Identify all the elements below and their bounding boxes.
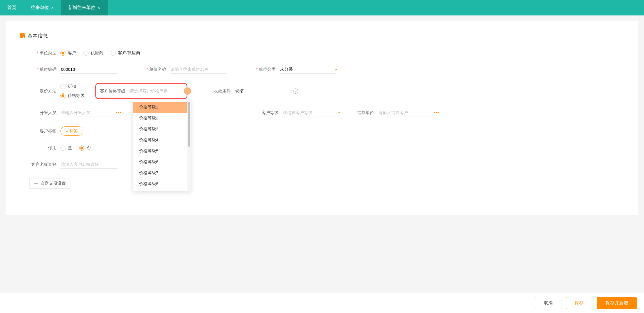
radio-icon <box>83 51 89 56</box>
manager-person-input[interactable] <box>60 108 115 117</box>
radio-icon <box>60 93 65 98</box>
payment-terms-value[interactable] <box>235 87 289 95</box>
form-page: 基本信息 单位类型 客户 供应商 客户/供应商 单位编码 单位名称 单位分类 <box>6 21 638 215</box>
radio-no[interactable]: 否 <box>79 145 91 151</box>
dropdown-item[interactable]: 价格等级3 <box>133 124 187 135</box>
radio-label: 折扣 <box>68 84 76 89</box>
tabs-bar: 首页 往来单位 × 新增往来单位 × <box>0 0 644 15</box>
label-unit-name: 单位名称 <box>139 67 170 72</box>
more-icon[interactable]: ••• <box>116 110 122 115</box>
note-icon <box>20 33 25 38</box>
tab-label: 新增往来单位 <box>68 5 95 11</box>
customer-level-input[interactable] <box>282 108 337 117</box>
radio-label: 否 <box>87 145 91 151</box>
label-unit-code: 单位编码 <box>30 67 60 72</box>
dropdown-item[interactable]: 价格等级5 <box>133 146 187 156</box>
radio-label: 供应商 <box>91 50 103 56</box>
tab-label: 往来单位 <box>31 5 49 11</box>
settle-unit-select[interactable]: ••• <box>378 108 434 117</box>
radio-icon <box>60 84 65 89</box>
label-disabled: 停用 <box>30 145 60 151</box>
disabled-radio-group: 是 否 <box>60 145 91 151</box>
tab-label: 首页 <box>7 5 16 11</box>
radio-icon <box>79 146 84 151</box>
dropdown-item[interactable]: 价格等级6 <box>133 156 187 167</box>
dropdown-item[interactable]: 价格等级7 <box>133 167 187 178</box>
pricing-method-radio-group: 折扣 价格等级 <box>60 84 85 98</box>
payment-terms-select[interactable] <box>235 87 291 95</box>
chevron-down-icon <box>289 89 293 93</box>
label-price-level: 客户价格等级 <box>100 89 129 94</box>
chevron-down-icon <box>337 111 341 115</box>
radio-label: 客户/供应商 <box>118 50 140 56</box>
label-pricing-method: 定价方法 <box>30 89 60 94</box>
help-icon[interactable]: ? <box>293 89 298 94</box>
chevron-down-icon <box>334 67 338 71</box>
label-customer-tag: 客户标签 <box>30 128 60 134</box>
custom-fields-button[interactable]: 自定义项设置 <box>30 178 70 189</box>
manager-person-select[interactable]: ••• <box>60 108 117 117</box>
radio-yes[interactable]: 是 <box>60 145 72 151</box>
scrollbar-thumb[interactable] <box>188 102 190 147</box>
tab-home[interactable]: 首页 <box>0 0 24 15</box>
dropdown-item[interactable]: 价格等级1 <box>133 102 187 113</box>
label-payment-terms: 收款条件 <box>204 89 235 94</box>
section-title: 基本信息 <box>28 32 48 39</box>
radio-icon <box>60 51 65 56</box>
label-unit-type: 单位类型 <box>30 50 60 56</box>
price-level-dropdown: 价格等级1 价格等级2 价格等级3 价格等级4 价格等级5 价格等级6 价格等级… <box>133 100 191 191</box>
unit-code-input[interactable] <box>60 65 117 74</box>
custom-fields-label: 自定义项设置 <box>40 181 66 186</box>
unit-name-input[interactable] <box>170 65 226 74</box>
radio-price-level[interactable]: 价格等级 <box>60 93 85 98</box>
dropdown-item[interactable]: 价格等级4 <box>133 135 187 146</box>
svg-point-0 <box>35 183 37 184</box>
radio-label: 客户 <box>68 50 76 56</box>
more-icon[interactable]: ••• <box>434 110 439 115</box>
label-customer-level: 客户等级 <box>251 110 282 115</box>
radio-discount[interactable]: 折扣 <box>60 84 85 89</box>
price-level-select[interactable] <box>129 87 183 95</box>
dropdown-item[interactable]: 价格等级8 <box>133 178 187 189</box>
close-icon[interactable]: × <box>51 5 54 10</box>
boss-pref-input[interactable] <box>60 160 117 169</box>
customer-level-select[interactable] <box>282 108 339 117</box>
label-settle-unit: 结算单位 <box>353 110 378 115</box>
section-header: 基本信息 <box>20 32 624 39</box>
label-manager-person: 分管人员 <box>30 110 60 115</box>
price-level-input[interactable] <box>129 87 184 95</box>
radio-label: 价格等级 <box>68 93 85 98</box>
label-boss-pref: 客户老板喜好 <box>25 162 60 167</box>
radio-customer[interactable]: 客户 <box>60 50 76 56</box>
plus-icon: + <box>66 129 68 133</box>
tab-new-contact[interactable]: 新增往来单位 × <box>61 0 107 15</box>
add-tag-button[interactable]: + 标签 <box>60 126 83 136</box>
price-level-field-highlight: 客户价格等级 价格等级1 价格等级2 价格等级3 价格等级4 价格等级5 <box>95 83 187 99</box>
label-unit-category: 单位分类 <box>249 67 280 72</box>
scrollbar[interactable] <box>187 100 191 191</box>
dropdown-item[interactable]: 价格等级2 <box>133 113 187 124</box>
chevron-up-icon[interactable] <box>184 87 191 95</box>
radio-both[interactable]: 客户/供应商 <box>111 50 140 56</box>
gear-icon <box>34 181 38 186</box>
radio-icon <box>111 51 116 56</box>
radio-supplier[interactable]: 供应商 <box>83 50 103 56</box>
unit-category-value[interactable] <box>280 65 334 73</box>
radio-label: 是 <box>68 145 72 151</box>
settle-unit-input[interactable] <box>378 108 432 117</box>
unit-type-radio-group: 客户 供应商 客户/供应商 <box>60 50 140 56</box>
tab-contacts[interactable]: 往来单位 × <box>24 0 61 15</box>
tag-btn-label: 标签 <box>69 128 78 134</box>
close-icon[interactable]: × <box>97 5 100 10</box>
unit-category-select[interactable] <box>280 65 336 74</box>
dropdown-list[interactable]: 价格等级1 价格等级2 价格等级3 价格等级4 价格等级5 价格等级6 价格等级… <box>133 100 187 191</box>
radio-icon <box>60 146 65 151</box>
